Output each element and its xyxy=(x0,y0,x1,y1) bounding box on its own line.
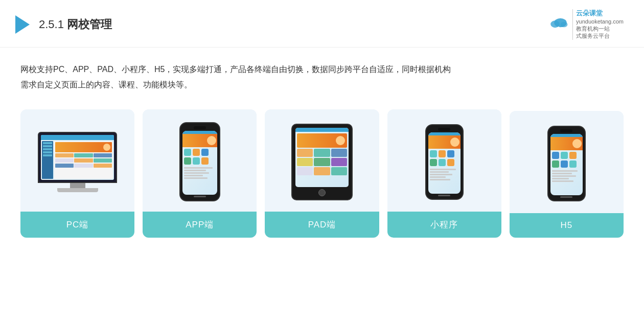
brand-name: 云朵课堂 xyxy=(576,9,624,18)
section-title: 网校管理 xyxy=(67,18,112,31)
pc-card: PC端 xyxy=(20,109,134,238)
pc-screen-content xyxy=(41,135,114,180)
miniprogram-card-label: 小程序 xyxy=(387,212,501,238)
app-card: APP端 xyxy=(143,109,257,238)
pc-body-area xyxy=(41,140,114,180)
svg-rect-4 xyxy=(557,29,560,31)
app-card-image-area xyxy=(143,109,257,212)
h5-notch xyxy=(560,129,572,132)
header: 2.5.1 网校管理 云朵课堂 yunduoketang.com xyxy=(0,0,644,48)
pad-card-image-area xyxy=(265,109,379,212)
header-right: 云朵课堂 yunduoketang.com 教育机构一站式服务云平台 xyxy=(548,9,624,40)
brand-text-block: 云朵课堂 yunduoketang.com 教育机构一站式服务云平台 xyxy=(572,9,624,40)
app-phone-screen xyxy=(182,131,217,195)
svg-point-1 xyxy=(550,20,560,28)
header-left: 2.5.1 网校管理 xyxy=(15,15,112,34)
app-phone-outer xyxy=(179,122,220,201)
pc-neck xyxy=(70,183,85,188)
description-text: 网校支持PC、APP、PAD、小程序、H5，实现多端打通，产品各终端自由切换，数… xyxy=(20,62,624,93)
app-phone-mockup xyxy=(179,122,220,201)
brand-icon-svg xyxy=(548,16,569,33)
brand-logo: 云朵课堂 yunduoketang.com 教育机构一站式服务云平台 xyxy=(548,9,624,40)
miniprogram-notch xyxy=(438,128,450,131)
pad-card-label: PAD端 xyxy=(265,212,379,238)
pc-mockup xyxy=(37,132,119,192)
brand-url: yunduoketang.com xyxy=(576,18,624,25)
app-card-label: APP端 xyxy=(143,212,257,238)
description-line2: 需求自定义页面上的内容、课程、功能模块等。 xyxy=(20,80,192,89)
h5-screen xyxy=(550,134,583,195)
miniprogram-phone-outer xyxy=(425,124,464,200)
h5-phone-outer xyxy=(547,126,586,201)
app-home-bar xyxy=(194,196,206,197)
main-content: 网校支持PC、APP、PAD、小程序、H5，实现多端打通，产品各终端自由切换，数… xyxy=(0,48,644,248)
miniprogram-card: 小程序 xyxy=(387,109,501,238)
pc-screen-inner xyxy=(41,135,114,180)
pc-main xyxy=(54,141,113,179)
miniprogram-phone-mockup xyxy=(425,124,464,200)
pad-screen xyxy=(295,128,349,187)
page-title: 2.5.1 网校管理 xyxy=(39,17,112,32)
pc-screen-outer xyxy=(38,132,117,183)
device-cards-row: PC端 xyxy=(20,109,624,238)
h5-home-bar xyxy=(560,196,572,198)
pad-home-button xyxy=(318,189,326,196)
pad-mockup xyxy=(291,124,353,200)
brand-tagline: 教育机构一站式服务云平台 xyxy=(576,25,624,40)
miniprogram-card-image-area xyxy=(387,109,501,212)
section-number: 2.5.1 xyxy=(39,18,64,31)
h5-card-image-area xyxy=(510,111,624,213)
pc-card-label: PC端 xyxy=(20,212,134,238)
h5-card-label: H5 xyxy=(510,213,624,238)
app-phone-notch xyxy=(194,126,206,129)
h5-card: H5 xyxy=(510,111,624,238)
pad-outer xyxy=(291,124,353,200)
pc-base xyxy=(57,188,98,192)
miniprogram-screen xyxy=(428,132,461,194)
logo-triangle-icon xyxy=(15,15,30,34)
description-line1: 网校支持PC、APP、PAD、小程序、H5，实现多端打通，产品各终端自由切换，数… xyxy=(20,65,451,74)
pc-nav-bar xyxy=(41,135,114,140)
pad-card: PAD端 xyxy=(265,109,379,238)
h5-phone-mockup xyxy=(547,126,586,201)
pc-card-image-area xyxy=(20,109,134,212)
pc-sidebar xyxy=(42,141,53,179)
svg-point-2 xyxy=(561,22,568,28)
miniprogram-home-bar xyxy=(438,195,450,196)
page-wrapper: 2.5.1 网校管理 云朵课堂 yunduoketang.com xyxy=(0,0,644,322)
